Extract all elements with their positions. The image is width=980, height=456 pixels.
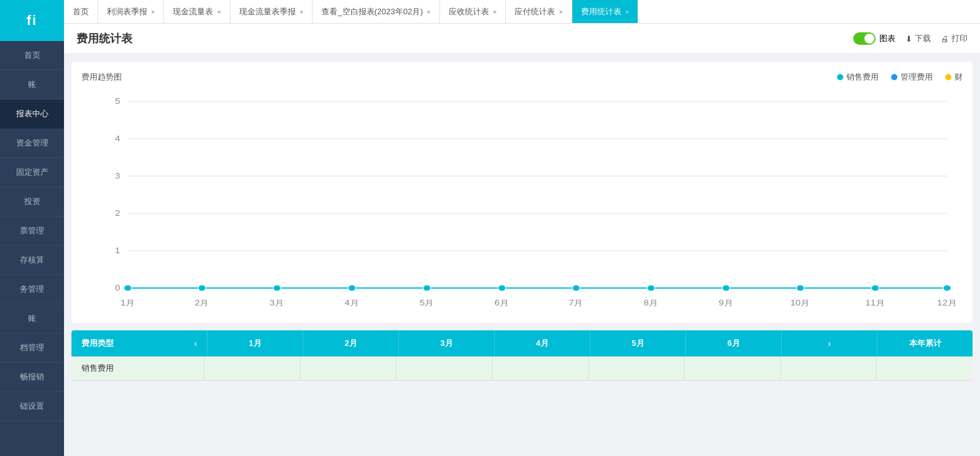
sidebar-item-smooth-cancel[interactable]: 畅报销 <box>0 363 64 392</box>
close-tab-blank-report[interactable]: × <box>427 8 431 16</box>
chart-header: 费用趋势图 销售费用 管理费用 财 <box>81 72 963 83</box>
td-sales-nav <box>781 356 877 380</box>
print-button[interactable]: 🖨 打印 <box>941 33 968 44</box>
expense-table: 费用类型 ‹ 1月 2月 3月 4月 5月 6月 › 本年累计 销售费用 <box>71 330 973 381</box>
tab-blank-report[interactable]: 查看_空白报表(2023年02月) × <box>313 0 440 24</box>
nav-next-button[interactable]: › <box>828 338 831 348</box>
svg-text:7月: 7月 <box>569 299 584 307</box>
line-chart: 0 1 2 3 4 5 <box>81 89 963 313</box>
sidebar-item-investment[interactable]: 投资 <box>0 187 64 216</box>
svg-text:0: 0 <box>115 284 120 292</box>
chart-legend: 销售费用 管理费用 财 <box>837 72 963 83</box>
svg-text:1: 1 <box>115 246 120 254</box>
legend-admin-label: 管理费用 <box>900 72 933 83</box>
sidebar-item-service-mgmt[interactable]: 务管理 <box>0 275 64 304</box>
tab-home[interactable]: 首页 <box>64 0 98 24</box>
td-sales-m2 <box>301 356 397 380</box>
td-sales-ytd <box>877 356 973 380</box>
th-month-4: 4月 <box>495 330 590 356</box>
svg-text:10月: 10月 <box>790 299 810 307</box>
close-tab-cashflow-quarterly[interactable]: × <box>300 8 303 16</box>
svg-point-23 <box>943 285 951 291</box>
chart-toggle-wrap: 图表 <box>853 32 895 45</box>
download-button[interactable]: ⬇ 下载 <box>905 33 931 44</box>
chart-toggle[interactable] <box>853 32 876 45</box>
svg-text:2: 2 <box>115 209 120 217</box>
close-tab-payable[interactable]: × <box>559 8 562 16</box>
sidebar-item-sub-account[interactable]: 账 <box>0 304 64 333</box>
tab-receivable[interactable]: 应收统计表 × <box>440 0 506 24</box>
sidebar-item-invoice-mgmt[interactable]: 票管理 <box>0 216 64 246</box>
nav-prev-button[interactable]: ‹ <box>195 338 198 348</box>
page-title: 费用统计表 <box>76 31 132 46</box>
svg-text:4: 4 <box>115 134 121 142</box>
svg-text:9月: 9月 <box>719 299 734 307</box>
print-icon: 🖨 <box>941 34 949 44</box>
close-tab-profit-quarterly[interactable]: × <box>151 8 155 16</box>
legend-sales: 销售费用 <box>837 72 879 83</box>
svg-text:1月: 1月 <box>121 299 135 307</box>
sidebar-item-home[interactable]: 首页 <box>0 41 64 70</box>
svg-point-18 <box>572 285 580 291</box>
content-area: 费用统计表 图表 ⬇ 下载 🖨 打印 费用趋势图 <box>64 24 980 456</box>
svg-text:5月: 5月 <box>419 299 434 307</box>
chart-title: 费用趋势图 <box>81 72 122 83</box>
svg-point-15 <box>348 285 355 291</box>
th-month-5: 5月 <box>590 330 686 356</box>
tab-cashflow[interactable]: 现金流量表 × <box>164 0 230 24</box>
close-tab-expense-stats[interactable]: × <box>625 8 629 16</box>
table-header: 费用类型 ‹ 1月 2月 3月 4月 5月 6月 › 本年累计 <box>71 330 973 356</box>
tabs-bar: 首页 利润表季报 × 现金流量表 × 现金流量表季报 × 查看_空白报表(202… <box>64 0 980 24</box>
chart-toggle-label: 图表 <box>879 33 895 44</box>
tab-expense-stats[interactable]: 费用统计表 × <box>572 0 638 24</box>
main-area: 首页 利润表季报 × 现金流量表 × 现金流量表季报 × 查看_空白报表(202… <box>64 0 980 456</box>
svg-point-22 <box>871 285 879 291</box>
sidebar-item-basic-settings[interactable]: 础设置 <box>0 392 64 421</box>
download-icon: ⬇ <box>905 34 912 44</box>
svg-text:8月: 8月 <box>644 299 659 307</box>
svg-text:6月: 6月 <box>495 299 510 307</box>
header-actions: 图表 ⬇ 下载 🖨 打印 <box>853 32 968 45</box>
tab-payable[interactable]: 应付统计表 × <box>506 0 572 24</box>
svg-point-20 <box>722 285 730 291</box>
td-sales-m6 <box>685 356 781 380</box>
svg-point-17 <box>498 285 505 291</box>
sidebar-item-archive-mgmt[interactable]: 档管理 <box>0 333 64 363</box>
svg-text:11月: 11月 <box>865 299 885 307</box>
th-month-2: 2月 <box>303 330 399 356</box>
th-month-3: 3月 <box>399 330 495 356</box>
svg-point-13 <box>198 285 206 291</box>
table-row: 销售费用 <box>71 356 973 381</box>
svg-point-19 <box>648 285 655 291</box>
legend-finance-label: 财 <box>955 72 963 83</box>
svg-point-21 <box>797 285 804 291</box>
svg-point-16 <box>423 285 431 291</box>
tab-profit-quarterly[interactable]: 利润表季报 × <box>98 0 164 24</box>
svg-text:2月: 2月 <box>195 299 209 307</box>
sidebar-item-report-center[interactable]: 报表中心 <box>0 100 64 129</box>
svg-text:4月: 4月 <box>344 299 359 307</box>
sidebar-item-inventory[interactable]: 存核算 <box>0 246 64 275</box>
legend-finance: 财 <box>945 72 963 83</box>
td-sales-m5 <box>589 356 685 380</box>
page-header: 费用统计表 图表 ⬇ 下载 🖨 打印 <box>64 24 980 54</box>
svg-point-14 <box>273 285 280 291</box>
close-tab-receivable[interactable]: × <box>493 8 497 16</box>
sidebar-item-fund-mgmt[interactable]: 资金管理 <box>0 129 64 158</box>
th-nav-next[interactable]: › <box>782 330 877 356</box>
legend-admin-dot <box>891 74 897 80</box>
svg-text:3月: 3月 <box>270 299 285 307</box>
svg-text:12月: 12月 <box>937 299 957 307</box>
legend-finance-dot <box>945 74 951 80</box>
tab-cashflow-quarterly[interactable]: 现金流量表季报 × <box>231 0 313 24</box>
sidebar: fi 首页 账 报表中心 资金管理 固定资产 投资 票管理 存核算 务管理 账 … <box>0 0 64 456</box>
chart-section: 费用趋势图 销售费用 管理费用 财 <box>71 62 973 323</box>
close-tab-cashflow[interactable]: × <box>217 8 221 16</box>
sidebar-logo: fi <box>0 0 64 41</box>
td-sales-m1 <box>204 356 301 380</box>
sidebar-item-fixed-assets[interactable]: 固定资产 <box>0 158 64 187</box>
th-type: 费用类型 ‹ <box>71 330 208 356</box>
th-ytd: 本年累计 <box>877 330 973 356</box>
sidebar-item-account[interactable]: 账 <box>0 70 64 100</box>
th-month-1: 1月 <box>208 330 303 356</box>
